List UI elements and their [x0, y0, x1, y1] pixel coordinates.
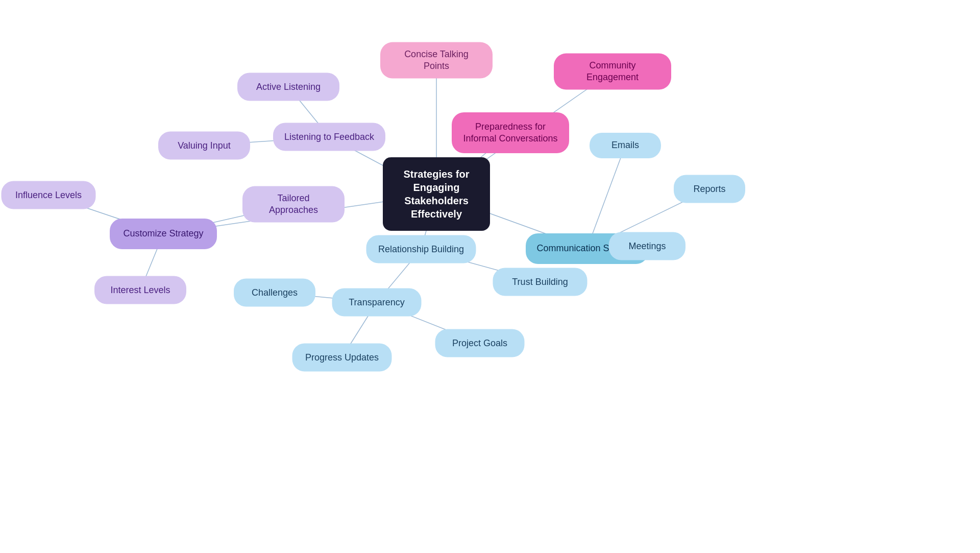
node-tailored-approaches[interactable]: Tailored Approaches — [242, 186, 345, 223]
node-listening-feedback[interactable]: Listening to Feedback — [273, 123, 385, 151]
node-concise-talking[interactable]: Concise Talking Points — [380, 42, 493, 79]
node-progress-updates[interactable]: Progress Updates — [292, 344, 392, 372]
node-transparency[interactable]: Transparency — [332, 288, 422, 317]
node-reports[interactable]: Reports — [674, 175, 745, 203]
node-community-engagement[interactable]: Community Engagement — [554, 54, 671, 90]
node-challenges[interactable]: Challenges — [234, 279, 315, 307]
node-relationship-building[interactable]: Relationship Building — [366, 235, 476, 263]
node-valuing-input[interactable]: Valuing Input — [158, 132, 250, 160]
node-active-listening[interactable]: Active Listening — [237, 73, 339, 101]
node-interest-levels[interactable]: Interest Levels — [94, 276, 186, 304]
mind-map: Strategies for Engaging Stakeholders Eff… — [0, 0, 980, 553]
node-customize-strategy[interactable]: Customize Strategy — [110, 219, 217, 249]
node-center[interactable]: Strategies for Engaging Stakeholders Eff… — [383, 157, 490, 231]
node-meetings[interactable]: Meetings — [609, 232, 685, 260]
node-trust-building[interactable]: Trust Building — [493, 268, 587, 296]
node-influence-levels[interactable]: Influence Levels — [2, 181, 96, 209]
node-emails[interactable]: Emails — [590, 133, 661, 158]
node-project-goals[interactable]: Project Goals — [435, 329, 525, 357]
node-preparedness[interactable]: Preparedness for Informal Conversations — [452, 112, 569, 153]
